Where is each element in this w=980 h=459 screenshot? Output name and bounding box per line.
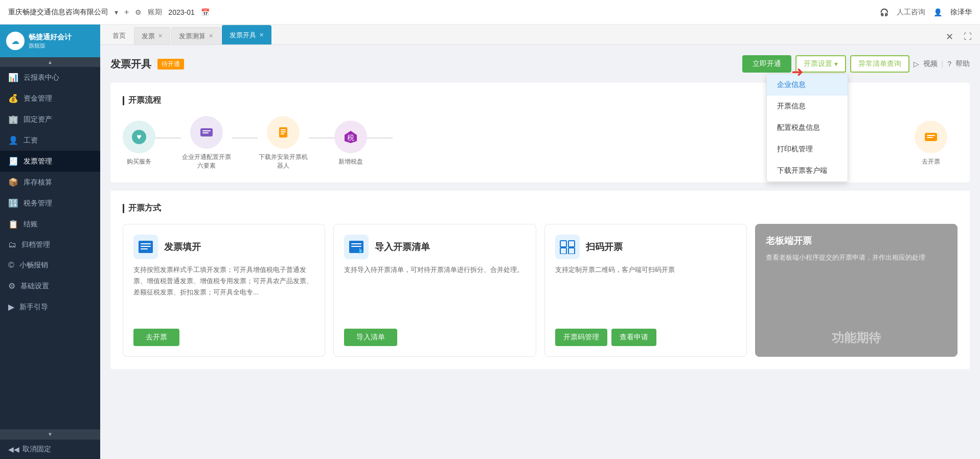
sidebar-item-cloud-report[interactable]: 📊 云报表中心	[0, 67, 100, 88]
close-window-button[interactable]: ✕	[942, 29, 958, 44]
sidebar-item-archive[interactable]: 🗂 归档管理	[0, 235, 100, 255]
sidebar-item-asset[interactable]: 🏢 固定资产	[0, 109, 100, 130]
dropdown-item-printer[interactable]: 打印机管理	[767, 139, 848, 160]
payroll-icon: 👤	[8, 135, 18, 145]
svg-rect-19	[351, 243, 361, 244]
sidebar-item-label: 固定资产	[24, 115, 52, 124]
sidebar-item-payroll[interactable]: 👤 工资	[0, 130, 100, 151]
help-icon: ?	[947, 60, 951, 68]
period-value: 2023-01	[168, 8, 194, 16]
add-icon[interactable]: +	[124, 8, 129, 17]
method-card-scan: 扫码开票 支持定制开票二维码，客户端可扫码开票 开票码管理 查看申请	[544, 224, 747, 357]
fund-icon: 💰	[8, 94, 18, 103]
sidebar-item-label: 云报表中心	[24, 73, 59, 82]
boss-overlay-text: 功能期待	[766, 330, 947, 346]
import-card-desc: 支持导入待开票清单，可对待开票清单进行拆分、合并处理。	[344, 264, 525, 324]
fill-card-title: 发票填开	[164, 241, 201, 253]
import-button[interactable]: 导入清单	[344, 329, 397, 346]
boss-card-title: 老板端开票	[766, 235, 947, 247]
sidebar-item-label: 税务管理	[24, 199, 52, 208]
video-icon: ▷	[914, 60, 919, 68]
step2-label: 企业开通配置开票六要素	[181, 153, 232, 170]
svg-text:♥: ♥	[136, 132, 142, 141]
sidebar-item-label: 结账	[24, 220, 38, 229]
user-name: 徐泽华	[950, 8, 972, 17]
consult-icon: 🎧	[880, 8, 888, 16]
sidebar-item-settings[interactable]: ⚙ 基础设置	[0, 276, 100, 296]
svg-rect-12	[927, 135, 935, 136]
tax-icon: 🔢	[8, 198, 18, 208]
svg-rect-3	[202, 130, 211, 131]
calendar-icon[interactable]: 📅	[201, 8, 210, 16]
tab-close-issue[interactable]: ✕	[259, 32, 264, 38]
method-card-fill: 发票填开 支持按照发票样式手工填开发票；可开具增值税电子普通发票、增值税普通发票…	[123, 224, 325, 357]
sidebar-item-invoice[interactable]: 🧾 发票管理	[0, 151, 100, 172]
sidebar-item-report[interactable]: © 小畅报销	[0, 255, 100, 276]
boss-card-desc: 查看老板端小程序提交的开票申请，并作出相应的处理	[766, 252, 947, 325]
sidebar-item-checkout[interactable]: 📋 结账	[0, 214, 100, 235]
svg-rect-17	[141, 248, 148, 249]
sidebar-item-label: 资金管理	[24, 94, 52, 103]
svg-rect-8	[281, 133, 284, 134]
svg-rect-22	[560, 241, 566, 247]
sidebar-item-label: 新手引导	[19, 303, 48, 312]
sidebar-item-label: 工资	[24, 136, 38, 145]
sidebar-item-label: 归档管理	[21, 240, 50, 249]
scan-card-desc: 支持定制开票二维码，客户端可扫码开票	[555, 264, 736, 324]
step1-label: 购买服务	[127, 157, 151, 166]
app-name: 畅捷通好会计	[29, 33, 72, 42]
exception-query-button[interactable]: 异常清单查询	[850, 55, 909, 73]
svg-rect-13	[927, 137, 933, 138]
dropdown-icon[interactable]: ▾	[115, 8, 118, 16]
sidebar-scroll-down[interactable]: ▼	[0, 429, 100, 439]
svg-rect-23	[568, 241, 575, 247]
svg-rect-15	[141, 243, 151, 244]
sidebar-item-inventory[interactable]: 📦 库存核算	[0, 172, 100, 193]
page-title: 发票开具	[110, 57, 151, 71]
scan-view-button[interactable]: 查看申请	[611, 329, 656, 346]
fill-go-button[interactable]: 去开票	[133, 329, 179, 346]
sidebar-item-tax[interactable]: 🔢 税务管理	[0, 193, 100, 214]
scan-manage-button[interactable]: 开票码管理	[555, 329, 607, 346]
scan-card-title: 扫码开票	[586, 241, 623, 253]
consult-label[interactable]: 人工咨询	[897, 8, 925, 17]
settings-dropdown-icon: ▾	[834, 60, 838, 68]
sidebar-item-label: 库存核算	[24, 178, 52, 187]
activate-button[interactable]: 立即开通	[742, 55, 791, 73]
invoice-icon: 🧾	[8, 156, 18, 166]
help-button[interactable]: 帮助	[955, 59, 970, 68]
sidebar-cancel-pin[interactable]: ◀◀ 取消固定	[0, 439, 100, 459]
dropdown-item-company[interactable]: 企业信息	[767, 74, 848, 96]
sidebar-scroll-up[interactable]: ▲	[0, 57, 100, 67]
checkout-icon: 📋	[8, 219, 18, 229]
svg-rect-7	[281, 131, 286, 132]
method-card-boss: 老板端开票 查看老板端小程序提交的开票申请，并作出相应的处理 功能期待	[755, 224, 958, 357]
method-card-import: 导入开票清单 支持导入待开票清单，可对待开票清单进行拆分、合并处理。 导入清单	[333, 224, 536, 357]
sidebar-item-fund[interactable]: 💰 资金管理	[0, 88, 100, 109]
settings-icon[interactable]: ⚙	[135, 8, 142, 16]
dropdown-item-tax-config[interactable]: 配置税盘信息	[767, 117, 848, 139]
sidebar-item-label: 小畅报销	[19, 261, 48, 270]
dropdown-item-invoice-info[interactable]: 开票信息	[767, 96, 848, 117]
svg-text:税: 税	[347, 133, 354, 142]
settings-icon2: ⚙	[8, 281, 15, 291]
tab-close-invoice[interactable]: ✕	[158, 33, 163, 39]
svg-rect-24	[560, 248, 566, 254]
sidebar-item-label: 基础设置	[20, 282, 49, 291]
tab-close-calc[interactable]: ✕	[209, 33, 213, 39]
app-edition: 旗舰版	[29, 42, 72, 50]
maximize-window-button[interactable]: ⛶	[960, 30, 976, 43]
tab-invoice[interactable]: 发票 ✕	[134, 27, 170, 44]
dropdown-item-download[interactable]: 下载开票客户端	[767, 160, 848, 181]
sidebar-item-guide[interactable]: ▶ 新手引导	[0, 296, 100, 317]
period-label: 账期	[148, 8, 162, 17]
step3-label: 下载并安装开票机器人	[258, 153, 309, 170]
inventory-icon: 📦	[8, 177, 18, 187]
tab-home[interactable]: 首页	[104, 27, 134, 44]
asset-icon: 🏢	[8, 114, 18, 124]
company-name: 重庆畅捷交通信息咨询有限公司	[8, 8, 108, 17]
cloud-report-icon: 📊	[8, 73, 18, 82]
tab-invoice-issue[interactable]: 发票开具 ✕	[222, 25, 271, 44]
video-button[interactable]: 视频	[923, 59, 938, 68]
tab-invoice-calc[interactable]: 发票测算 ✕	[171, 27, 221, 44]
